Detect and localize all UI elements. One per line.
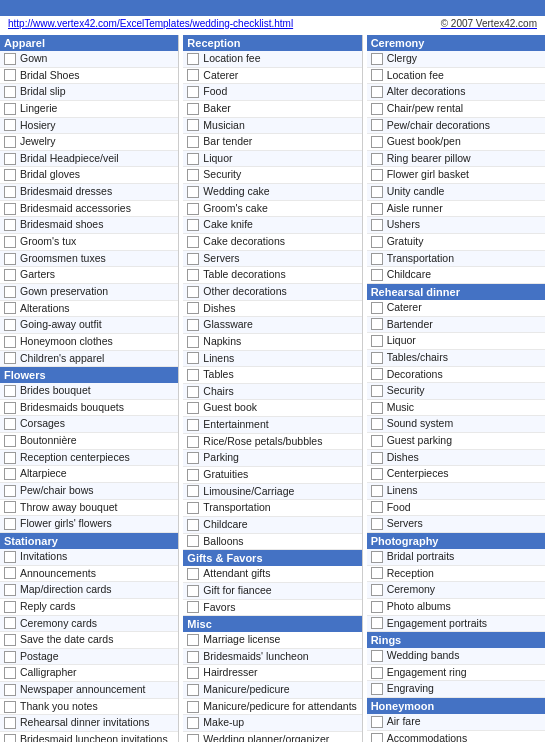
item-checkbox[interactable] [371,501,383,513]
item-checkbox[interactable] [187,69,199,81]
item-checkbox[interactable] [4,302,16,314]
item-checkbox[interactable] [4,153,16,165]
item-checkbox[interactable] [187,352,199,364]
item-checkbox[interactable] [4,286,16,298]
item-checkbox[interactable] [4,136,16,148]
item-checkbox[interactable] [4,203,16,215]
item-checkbox[interactable] [371,69,383,81]
item-checkbox[interactable] [4,186,16,198]
item-checkbox[interactable] [187,452,199,464]
item-checkbox[interactable] [371,368,383,380]
item-checkbox[interactable] [371,485,383,497]
item-checkbox[interactable] [187,53,199,65]
item-checkbox[interactable] [371,352,383,364]
item-checkbox[interactable] [371,402,383,414]
item-checkbox[interactable] [371,302,383,314]
item-checkbox[interactable] [371,318,383,330]
item-checkbox[interactable] [4,551,16,563]
item-checkbox[interactable] [4,169,16,181]
item-checkbox[interactable] [187,734,199,742]
item-checkbox[interactable] [187,169,199,181]
item-checkbox[interactable] [371,650,383,662]
item-checkbox[interactable] [187,236,199,248]
item-checkbox[interactable] [187,219,199,231]
item-checkbox[interactable] [371,119,383,131]
item-checkbox[interactable] [187,203,199,215]
item-checkbox[interactable] [4,69,16,81]
item-checkbox[interactable] [371,584,383,596]
item-checkbox[interactable] [4,402,16,414]
item-checkbox[interactable] [4,352,16,364]
item-checkbox[interactable] [187,186,199,198]
item-checkbox[interactable] [187,369,199,381]
item-checkbox[interactable] [371,452,383,464]
item-checkbox[interactable] [4,418,16,430]
item-checkbox[interactable] [371,335,383,347]
item-checkbox[interactable] [4,584,16,596]
item-checkbox[interactable] [371,186,383,198]
item-checkbox[interactable] [187,336,199,348]
item-checkbox[interactable] [371,683,383,695]
item-checkbox[interactable] [187,136,199,148]
item-checkbox[interactable] [371,385,383,397]
item-checkbox[interactable] [371,468,383,480]
item-checkbox[interactable] [4,701,16,713]
item-checkbox[interactable] [187,535,199,547]
item-checkbox[interactable] [4,236,16,248]
item-checkbox[interactable] [187,386,199,398]
item-checkbox[interactable] [4,452,16,464]
item-checkbox[interactable] [187,286,199,298]
item-checkbox[interactable] [4,651,16,663]
item-checkbox[interactable] [371,236,383,248]
item-checkbox[interactable] [4,634,16,646]
item-checkbox[interactable] [371,617,383,629]
item-checkbox[interactable] [371,86,383,98]
item-checkbox[interactable] [4,567,16,579]
item-checkbox[interactable] [371,153,383,165]
item-checkbox[interactable] [187,319,199,331]
item-checkbox[interactable] [4,717,16,729]
item-checkbox[interactable] [187,701,199,713]
item-checkbox[interactable] [187,568,199,580]
item-checkbox[interactable] [4,684,16,696]
item-checkbox[interactable] [187,485,199,497]
item-checkbox[interactable] [4,103,16,115]
item-checkbox[interactable] [371,136,383,148]
item-checkbox[interactable] [187,601,199,613]
item-checkbox[interactable] [4,468,16,480]
item-checkbox[interactable] [4,617,16,629]
item-checkbox[interactable] [4,485,16,497]
item-checkbox[interactable] [187,519,199,531]
item-checkbox[interactable] [187,302,199,314]
item-checkbox[interactable] [4,269,16,281]
item-checkbox[interactable] [371,203,383,215]
item-checkbox[interactable] [4,253,16,265]
item-checkbox[interactable] [4,518,16,530]
item-checkbox[interactable] [4,385,16,397]
item-checkbox[interactable] [371,551,383,563]
item-checkbox[interactable] [4,219,16,231]
item-checkbox[interactable] [187,717,199,729]
item-checkbox[interactable] [371,667,383,679]
item-checkbox[interactable] [187,585,199,597]
item-checkbox[interactable] [4,435,16,447]
item-checkbox[interactable] [187,103,199,115]
item-checkbox[interactable] [371,269,383,281]
item-checkbox[interactable] [4,501,16,513]
item-checkbox[interactable] [187,684,199,696]
item-checkbox[interactable] [187,436,199,448]
item-checkbox[interactable] [4,601,16,613]
item-checkbox[interactable] [187,469,199,481]
item-checkbox[interactable] [4,319,16,331]
item-checkbox[interactable] [371,418,383,430]
item-checkbox[interactable] [187,402,199,414]
item-checkbox[interactable] [187,651,199,663]
item-checkbox[interactable] [4,667,16,679]
item-checkbox[interactable] [371,567,383,579]
item-checkbox[interactable] [187,119,199,131]
item-checkbox[interactable] [371,733,383,742]
item-checkbox[interactable] [371,103,383,115]
item-checkbox[interactable] [371,219,383,231]
item-checkbox[interactable] [371,169,383,181]
item-checkbox[interactable] [371,601,383,613]
